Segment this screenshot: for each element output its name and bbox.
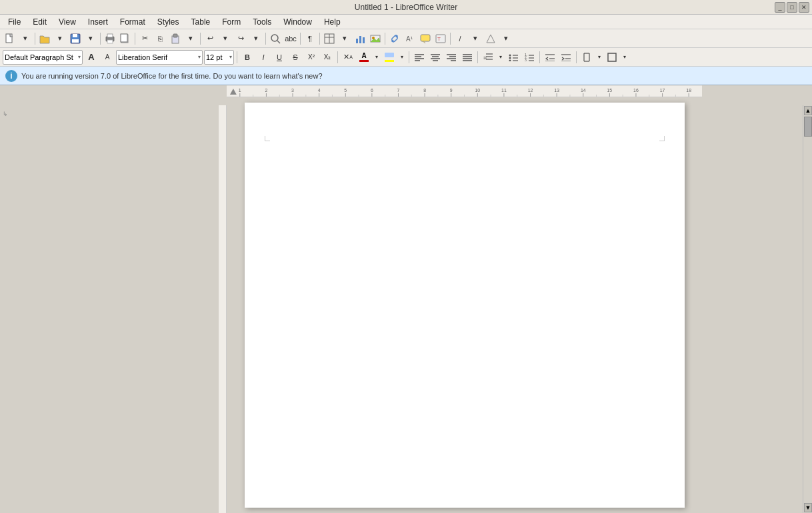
unordered-list-button[interactable] (506, 50, 521, 65)
scroll-thumb[interactable] (804, 117, 812, 137)
paste-button[interactable] (168, 31, 183, 46)
bold-button[interactable]: B (240, 50, 255, 65)
menu-table[interactable]: Table (186, 16, 216, 28)
open-dropdown[interactable]: ▾ (53, 31, 67, 46)
print-button[interactable] (103, 31, 117, 46)
align-right-button[interactable] (444, 50, 459, 65)
svg-point-50 (509, 57, 511, 59)
font-size-dropdown[interactable]: 12 pt ▾ (204, 50, 234, 65)
subscript-button[interactable]: X₂ (320, 50, 335, 65)
undo-button[interactable]: ↩ (203, 31, 217, 46)
ordered-list-button[interactable]: 1.2.3. (522, 50, 537, 65)
left-gutter: ↳ (0, 97, 227, 513)
decrease-indent-button[interactable] (543, 50, 557, 65)
align-left-button[interactable] (412, 50, 427, 65)
font-size-value: 12 pt (206, 53, 229, 61)
maximize-button[interactable]: □ (787, 2, 797, 13)
window-title: Untitled 1 - LibreOffice Writer (355, 3, 457, 12)
open-button[interactable] (37, 31, 52, 46)
menu-format[interactable]: Format (115, 16, 151, 28)
superscript-button[interactable]: X² (304, 50, 319, 65)
document-page[interactable] (245, 103, 685, 508)
print-preview-button[interactable] (118, 31, 133, 46)
new-dropdown[interactable]: ▾ (18, 31, 33, 46)
insert-chart-button[interactable] (353, 31, 367, 46)
draw-button[interactable]: / (453, 31, 467, 46)
svg-rect-70 (608, 53, 616, 61)
highlight-dropdown[interactable]: ▾ (398, 50, 406, 65)
svg-point-52 (509, 59, 511, 61)
menu-insert[interactable]: Insert (83, 16, 113, 28)
paragraph-style-value: Default Paragraph St (5, 53, 78, 61)
align-center-button[interactable] (428, 50, 443, 65)
paragraph-spacing-dropdown[interactable]: ▾ (595, 50, 603, 65)
svg-rect-2 (73, 34, 77, 37)
save-dropdown[interactable]: ▾ (83, 31, 98, 46)
scroll-up-button[interactable]: ▲ (804, 106, 812, 115)
footnote-button[interactable]: A¹ (403, 31, 417, 46)
font-size-arrow: ▾ (229, 54, 232, 60)
menu-window[interactable]: Window (278, 16, 317, 28)
shapes-button[interactable] (483, 31, 498, 46)
svg-text:7: 7 (397, 88, 400, 93)
clear-formatting-button[interactable]: ✕A (341, 50, 355, 65)
comment-button[interactable] (418, 31, 433, 46)
spellcheck-button[interactable]: abc (283, 31, 298, 46)
line-spacing-button[interactable]: ≡ (481, 50, 495, 65)
font-color-dropdown[interactable]: ▾ (373, 50, 381, 65)
insert-table-button[interactable] (322, 31, 337, 46)
menu-tools[interactable]: Tools (247, 16, 277, 28)
new-button[interactable] (3, 31, 17, 46)
border-button[interactable] (605, 50, 619, 65)
shapes-dropdown[interactable]: ▾ (499, 31, 513, 46)
main-area: ↳ ▲ ▼ (0, 97, 812, 513)
insert-image-button[interactable] (368, 31, 383, 46)
border-dropdown[interactable]: ▾ (621, 50, 629, 65)
insert-table-dropdown[interactable]: ▾ (337, 31, 352, 46)
menu-help[interactable]: Help (319, 16, 346, 28)
redo-dropdown[interactable]: ▾ (249, 31, 263, 46)
track-changes-button[interactable]: T (433, 31, 448, 46)
highlight-color-button[interactable] (382, 50, 397, 65)
strikethrough-button[interactable]: S (288, 50, 303, 65)
italic-button[interactable]: I (256, 50, 271, 65)
menu-file[interactable]: File (3, 16, 26, 28)
paragraph-spacing-button[interactable] (579, 50, 594, 65)
minimize-button[interactable]: _ (775, 2, 785, 13)
info-message: You are running version 7.0 of LibreOffi… (21, 72, 323, 80)
menu-edit[interactable]: Edit (27, 16, 52, 28)
line-spacing-dropdown[interactable]: ▾ (497, 50, 505, 65)
menu-styles[interactable]: Styles (152, 16, 185, 28)
info-bar: i You are running version 7.0 of LibreOf… (0, 67, 812, 85)
cut-button[interactable]: ✂ (137, 31, 152, 46)
save-button[interactable] (68, 31, 83, 46)
document-container[interactable] (227, 97, 702, 513)
font-name-dropdown[interactable]: Liberation Serif ▾ (116, 50, 203, 65)
decrease-font-size-button[interactable]: A (100, 50, 115, 65)
svg-rect-27 (385, 53, 394, 57)
paragraph-style-dropdown[interactable]: Default Paragraph St ▾ (3, 50, 83, 65)
undo-dropdown[interactable]: ▾ (218, 31, 233, 46)
scroll-down-button[interactable]: ▼ (804, 503, 812, 512)
draw-dropdown[interactable]: ▾ (468, 31, 483, 46)
formatting-marks-button[interactable]: ¶ (303, 31, 317, 46)
paste-dropdown[interactable]: ▾ (183, 31, 198, 46)
redo-button[interactable]: ↪ (233, 31, 248, 46)
increase-font-size-button[interactable]: A (84, 50, 99, 65)
menu-view[interactable]: View (53, 16, 81, 28)
underline-button[interactable]: U (272, 50, 287, 65)
font-color-button[interactable]: A (357, 50, 371, 65)
svg-text:3.: 3. (525, 58, 527, 61)
ruler-area: 1 2 3 4 5 6 7 8 9 10 11 12 13 1 (0, 85, 812, 97)
hyperlink-button[interactable] (387, 31, 402, 46)
align-justify-button[interactable] (460, 50, 475, 65)
document-editable-area[interactable] (278, 139, 651, 494)
close-button[interactable]: ✕ (799, 2, 809, 13)
copy-button[interactable]: ⎘ (153, 31, 167, 46)
increase-indent-button[interactable] (559, 50, 573, 65)
sep-fmt2 (337, 51, 338, 63)
menu-form[interactable]: Form (217, 16, 246, 28)
find-button[interactable] (268, 31, 283, 46)
ruler-svg: 1 2 3 4 5 6 7 8 9 10 11 12 13 1 (227, 85, 702, 97)
svg-text:5: 5 (344, 88, 347, 93)
